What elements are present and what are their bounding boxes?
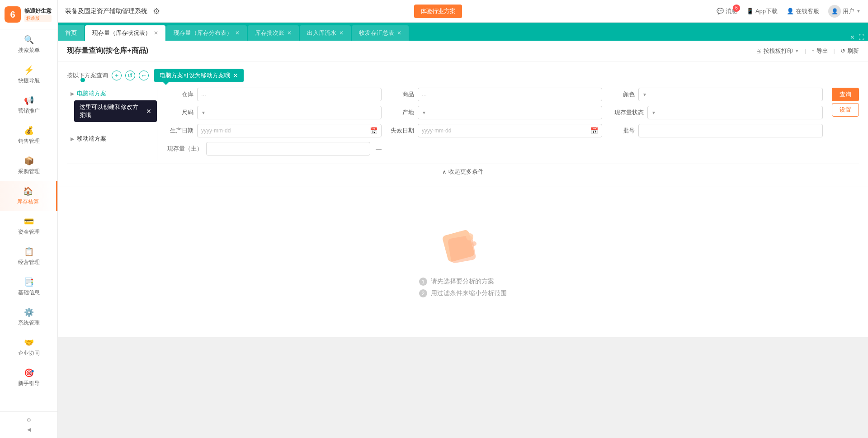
tab-batch[interactable]: 库存批次账 ✕ [248, 25, 299, 41]
empty-illustration [436, 223, 490, 268]
exp-date-input[interactable]: yyyy-mm-dd 📅 [418, 124, 602, 137]
tab-close-icon[interactable]: ✕ [397, 30, 401, 36]
sidebar-item-marketing[interactable]: 📢 营销推广 [0, 90, 57, 120]
mfg-date-input[interactable]: yyyy-mm-dd 📅 [197, 124, 382, 137]
close-all-icon[interactable]: ✕ [850, 34, 855, 41]
header-actions: 体验行业方案 [414, 5, 462, 18]
message-btn[interactable]: 💬 消息 6 [717, 7, 737, 15]
scheme-tree-mobile[interactable]: ▶ 移动端方案 [67, 133, 157, 145]
filter-add-button[interactable]: + [112, 71, 122, 80]
scheme-tree-pc[interactable]: ▶ 电脑端方案 [67, 88, 157, 99]
empty-state: 1 请先选择要分析的方案 2 用过滤条件来缩小分析范围 [58, 187, 868, 337]
collapse-button[interactable]: ∧ 收起更多条件 [442, 168, 484, 176]
tab-close-icon[interactable]: ✕ [235, 30, 240, 36]
stock-main-from[interactable] [206, 142, 370, 155]
filter-fields: 查询 设置 仓库 ··· 商品 [157, 88, 859, 160]
goods-select[interactable]: ··· [418, 88, 602, 101]
sidebar-item-basic-info[interactable]: 📑 基础信息 [0, 272, 57, 302]
scheme-panel: ▶ 电脑端方案 这里可以创建和修改方案哦 ✕ ▶ [67, 88, 157, 160]
sidebar-item-operations[interactable]: 📋 经营管理 [0, 241, 57, 272]
tab-close-icon[interactable]: ✕ [339, 30, 344, 36]
chevron-down-icon: ▼ [422, 110, 426, 115]
filter-back-button[interactable]: ← [139, 71, 149, 80]
sidebar-item-collab[interactable]: 🤝 企业协同 [0, 332, 57, 363]
sidebar-item-search[interactable]: 🔍 搜索菜单 [0, 29, 57, 60]
stock-status-select[interactable]: ▼ [647, 106, 823, 119]
sidebar-item-label: 销售管理 [18, 137, 40, 145]
sidebar-item-purchase[interactable]: 📦 采购管理 [0, 151, 57, 181]
sidebar-item-quicknav[interactable]: ⚡ 快捷导航 [0, 60, 57, 90]
mfg-date-field: 生产日期 yyyy-mm-dd 📅 [166, 124, 382, 137]
origin-select[interactable]: ▼ [418, 106, 602, 119]
sidebar-item-label: 经营管理 [18, 259, 40, 266]
edit-tooltip-container: 这里可以创建和修改方案哦 ✕ [74, 100, 157, 122]
chevron-down-icon: ▼ [642, 92, 647, 97]
chevron-up-icon: ∧ [442, 169, 447, 175]
color-field: 颜色 ▼ [608, 88, 823, 101]
filter-label: 按以下方案查询 [67, 71, 108, 80]
pc-tooltip-close[interactable]: ✕ [233, 72, 238, 79]
reset-button[interactable]: 设置 [832, 103, 859, 117]
settings-gear-icon[interactable]: ⚙ [153, 6, 160, 16]
query-button[interactable]: 查询 [832, 88, 859, 101]
collab-icon: 🤝 [24, 338, 34, 348]
industry-btn[interactable]: 体验行业方案 [414, 5, 462, 18]
logo-text: 畅通好生意 标准版 [24, 7, 52, 22]
support-icon: 👤 [787, 8, 794, 14]
stock-main-field: 现存量（主） — [166, 142, 383, 155]
sidebar-item-label: 库存核算 [17, 198, 39, 206]
range-separator: — [376, 146, 382, 152]
sidebar-item-inventory[interactable]: 🏠 库存核算 [0, 181, 57, 211]
user-menu[interactable]: 👤 用户 ▼ [828, 5, 861, 18]
sidebar-item-label: 搜索菜单 [18, 47, 40, 54]
filter-header: 按以下方案查询 + ↺ ← 电脑方案可设为移动方案哦 ✕ [67, 69, 859, 82]
sidebar-item-finance[interactable]: 💳 资金管理 [0, 211, 57, 241]
pc-scheme-tooltip[interactable]: 电脑方案可设为移动方案哦 ✕ [154, 69, 244, 82]
connector-dot [80, 78, 85, 82]
expand-icon[interactable]: ⛶ [859, 34, 864, 41]
edit-tooltip-close[interactable]: ✕ [146, 108, 151, 115]
sidebar-item-label: 基础信息 [18, 289, 40, 297]
warehouse-label: 仓库 [166, 90, 193, 99]
sidebar-item-guide[interactable]: 🎯 新手引导 [0, 363, 57, 393]
content-area: 现存量查询(按仓库+商品) 🖨 按模板打印 ▼ | ↑ 导出 | ↺ [58, 41, 868, 337]
system-title: 装备及固定资产辅助管理系统 [65, 7, 147, 15]
avatar-icon: 👤 [831, 8, 838, 14]
print-icon: 🖨 [756, 47, 762, 54]
tab-summary[interactable]: 收发存汇总表 ✕ [352, 25, 409, 41]
origin-label: 产地 [387, 108, 414, 117]
header-left: 装备及固定资产辅助管理系统 ⚙ [65, 6, 160, 16]
app-download-btn[interactable]: 📱 App下载 [746, 7, 778, 15]
batch-input[interactable] [638, 124, 823, 137]
edit-scheme-tooltip[interactable]: 这里可以创建和修改方案哦 ✕ [74, 100, 157, 122]
goods-dots: ··· [422, 91, 427, 98]
filter-section: 按以下方案查询 + ↺ ← 电脑方案可设为移动方案哦 ✕ [58, 61, 868, 187]
calendar-icon: 📅 [370, 127, 377, 134]
exp-date-label: 失效日期 [387, 127, 414, 135]
chevron-down-icon: ▼ [651, 110, 656, 115]
tab-home[interactable]: 首页 [58, 25, 84, 41]
warehouse-select[interactable]: ··· [197, 88, 382, 101]
tab-close-icon[interactable]: ✕ [154, 30, 158, 36]
tab-close-icon[interactable]: ✕ [287, 30, 292, 36]
inventory-icon: 🏠 [23, 186, 33, 196]
size-select[interactable]: ▼ [197, 106, 382, 119]
svg-point-2 [466, 233, 473, 240]
tab-flow[interactable]: 出入库流水 ✕ [300, 25, 351, 41]
refresh-btn[interactable]: ↺ 刷新 [840, 47, 859, 55]
export-btn[interactable]: ↑ 导出 [811, 47, 828, 55]
sidebar-collapse[interactable]: ◀ [27, 427, 31, 433]
sidebar-item-system[interactable]: ⚙️ 系统管理 [0, 302, 57, 332]
sidebar-settings[interactable]: ⚙ [27, 417, 31, 423]
print-btn[interactable]: 🖨 按模板打印 ▼ [756, 47, 799, 55]
tab-stock-status[interactable]: 现存量（库存状况表） ✕ [85, 25, 165, 41]
purchase-icon: 📦 [24, 156, 34, 166]
online-support-label: 在线客服 [796, 7, 819, 15]
tab-stock-dist[interactable]: 现存量（库存分布表） ✕ [166, 25, 247, 41]
collapse-row: ∧ 收起更多条件 [67, 164, 859, 179]
online-support-btn[interactable]: 👤 在线客服 [787, 7, 819, 15]
sidebar-item-sales[interactable]: 💰 销售管理 [0, 120, 57, 151]
color-select[interactable]: ▼ [638, 88, 823, 101]
filter-refresh-button[interactable]: ↺ [125, 71, 135, 80]
mfg-date-label: 生产日期 [166, 127, 193, 135]
